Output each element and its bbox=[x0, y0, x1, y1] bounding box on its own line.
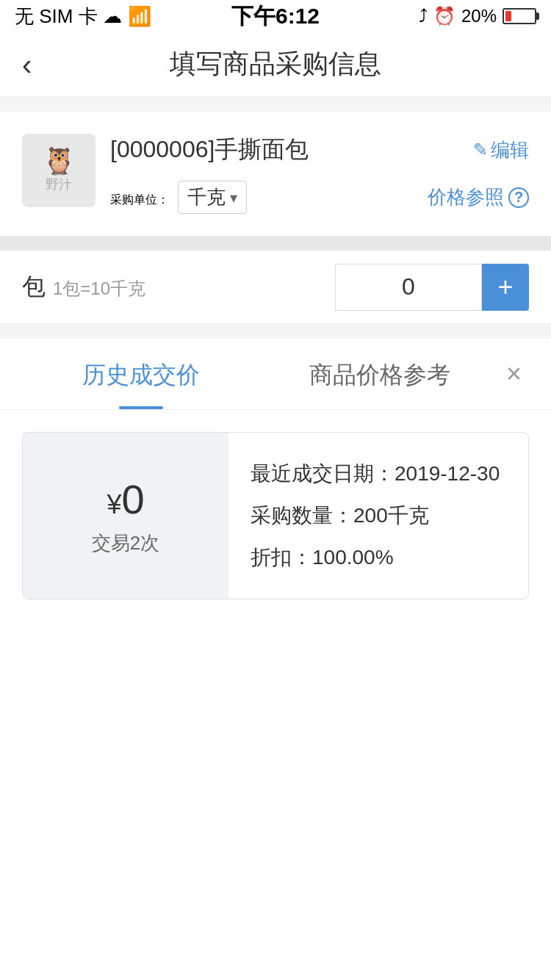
discount-label: 折扣： bbox=[251, 546, 312, 569]
tabs-close-button[interactable]: × bbox=[499, 351, 529, 397]
page-title: 填写商品采购信息 bbox=[170, 46, 381, 82]
battery-fill bbox=[505, 11, 511, 21]
status-right: ⤴ ⏰ 20% bbox=[419, 6, 536, 26]
recent-date-value: 2019-12-30 bbox=[395, 462, 500, 485]
time-display: 下午6:12 bbox=[231, 1, 320, 32]
tabs-header: 历史成交价 商品价格参考 × bbox=[0, 339, 551, 410]
unit-label-group: 采购单位： 千克 ▾ bbox=[110, 181, 247, 214]
unit-dropdown[interactable]: 千克 ▾ bbox=[178, 181, 247, 214]
tab-content-history: ¥0 交易2次 最近成交日期：2019-12-30 采购数量：200千克 折扣：… bbox=[0, 410, 551, 621]
transaction-count: 交易2次 bbox=[92, 530, 159, 556]
quantity-conversion: 1包=10千克 bbox=[53, 277, 145, 300]
edit-icon: ✎ bbox=[473, 140, 488, 160]
history-price-left: ¥0 交易2次 bbox=[23, 433, 228, 599]
battery-icon bbox=[503, 8, 536, 24]
tabs-container: 历史成交价 商品价格参考 × ¥0 交易2次 最近成交日期：2019-12-30… bbox=[0, 339, 551, 621]
tab-history-price[interactable]: 历史成交价 bbox=[22, 339, 260, 409]
location-icon: ⤴ bbox=[419, 6, 428, 26]
owl-icon: 🦉 bbox=[43, 148, 76, 174]
edit-label: 编辑 bbox=[491, 137, 529, 163]
tab-product-price-ref[interactable]: 商品价格参考 bbox=[260, 339, 498, 409]
purchase-quantity-value: 200千克 bbox=[353, 504, 429, 527]
discount-row: 折扣：100.00% bbox=[251, 543, 506, 572]
unit-value: 千克 bbox=[187, 184, 226, 210]
product-image-placeholder: 🦉 野汁 bbox=[43, 148, 76, 193]
purchase-quantity-row: 采购数量：200千克 bbox=[251, 501, 506, 530]
history-price-card: ¥0 交易2次 最近成交日期：2019-12-30 采购数量：200千克 折扣：… bbox=[22, 432, 529, 599]
product-image: 🦉 野汁 bbox=[22, 134, 96, 207]
quantity-row: 包 1包=10千克 + bbox=[0, 251, 551, 324]
back-button[interactable]: ‹ bbox=[22, 50, 32, 79]
status-left: 无 SIM 卡 ☁ 📶 bbox=[15, 4, 151, 29]
product-name-row: [0000006]手撕面包 ✎ 编辑 bbox=[110, 134, 529, 166]
product-name: [0000006]手撕面包 bbox=[110, 134, 309, 166]
quantity-input[interactable] bbox=[335, 264, 482, 311]
wifi-icon: 📶 bbox=[128, 5, 151, 28]
product-card: 🦉 野汁 [0000006]手撕面包 ✎ 编辑 采购单位： 千克 ▾ 价格参照 … bbox=[0, 112, 551, 236]
quantity-label-group: 包 1包=10千克 bbox=[22, 271, 145, 303]
brand-label: 野汁 bbox=[46, 176, 72, 193]
quantity-input-group: + bbox=[335, 264, 529, 311]
alarm-icon: ⏰ bbox=[433, 6, 455, 26]
quantity-plus-button[interactable]: + bbox=[482, 264, 529, 311]
recent-date-label: 最近成交日期： bbox=[251, 462, 395, 485]
status-bar: 无 SIM 卡 ☁ 📶 下午6:12 ⤴ ⏰ 20% bbox=[0, 0, 551, 32]
unit-label: 采购单位： bbox=[110, 193, 169, 206]
history-price-right: 最近成交日期：2019-12-30 采购数量：200千克 折扣：100.00% bbox=[228, 433, 528, 599]
price-reference-button[interactable]: 价格参照 ? bbox=[428, 184, 529, 210]
battery-percent: 20% bbox=[461, 6, 497, 26]
price-ref-label: 价格参照 bbox=[428, 184, 504, 210]
purchase-quantity-label: 采购数量： bbox=[251, 504, 353, 527]
nav-bar: ‹ 填写商品采购信息 bbox=[0, 32, 551, 97]
history-price-amount: ¥0 bbox=[107, 475, 144, 523]
discount-value: 100.00% bbox=[312, 546, 394, 569]
recent-date-row: 最近成交日期：2019-12-30 bbox=[251, 459, 506, 488]
unit-row: 采购单位： 千克 ▾ 价格参照 ? bbox=[110, 181, 529, 214]
bottom-space bbox=[0, 621, 551, 980]
edit-button[interactable]: ✎ 编辑 bbox=[473, 137, 529, 163]
currency-symbol: ¥ bbox=[107, 489, 121, 519]
product-info: [0000006]手撕面包 ✎ 编辑 采购单位： 千克 ▾ 价格参照 ? bbox=[110, 134, 529, 214]
dropdown-arrow-icon: ▾ bbox=[230, 189, 237, 206]
price-value: 0 bbox=[121, 476, 144, 522]
quantity-unit-label: 包 bbox=[22, 271, 46, 303]
sim-status: 无 SIM 卡 ☁ bbox=[15, 4, 122, 29]
section-divider bbox=[0, 236, 551, 251]
help-icon: ? bbox=[508, 187, 529, 208]
